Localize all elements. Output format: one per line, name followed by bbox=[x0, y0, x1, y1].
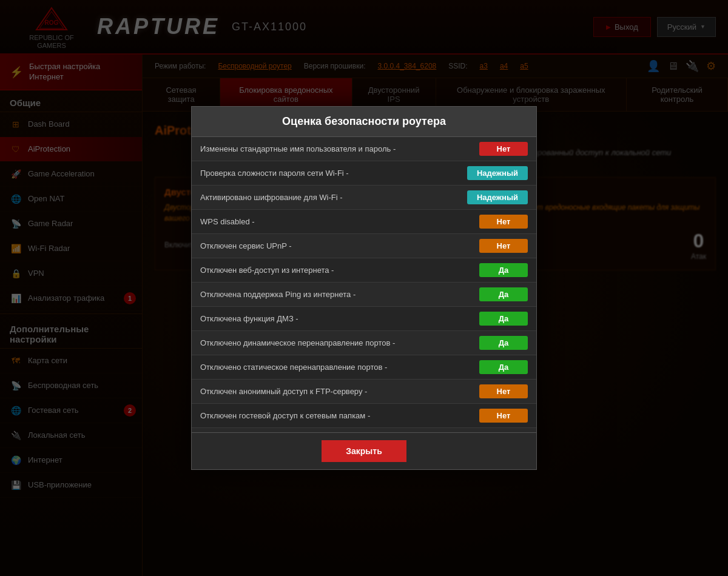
check-label: Отключено статическое перенаправление по… bbox=[200, 363, 479, 372]
check-status-badge: Надежный bbox=[467, 166, 528, 180]
check-label: Изменены стандартные имя пользователя и … bbox=[200, 144, 479, 153]
check-label: Проверка сложности пароля сети Wi-Fi - bbox=[200, 169, 467, 178]
check-label: Отключен веб-доступ из интернета - bbox=[200, 266, 479, 275]
check-row: Изменены стандартные имя пользователя и … bbox=[192, 137, 536, 161]
check-row: Отключена поддержка Ping из интернета -Д… bbox=[192, 283, 536, 307]
check-label: Отключен сервис UPnP - bbox=[200, 241, 479, 250]
check-status-badge: Нет bbox=[479, 239, 528, 253]
check-status-badge: Да bbox=[479, 312, 528, 326]
check-row: Отключен веб-доступ из интернета -Да bbox=[192, 258, 536, 283]
check-status-badge: Да bbox=[479, 287, 528, 301]
check-row: Проверка сложности пароля сети Wi-Fi -На… bbox=[192, 161, 536, 186]
check-status-badge: Нет bbox=[479, 215, 528, 229]
check-label: Активировано шифрование для Wi-Fi - bbox=[200, 193, 467, 202]
check-status-badge: Да bbox=[479, 360, 528, 374]
check-row: Отключено статическое перенаправление по… bbox=[192, 355, 536, 380]
check-label: Отключен анонимный доступ к FTP-серверу … bbox=[200, 387, 479, 396]
check-status-badge: Да bbox=[479, 263, 528, 277]
check-label: Отключен гостевой доступ к сетевым папка… bbox=[200, 411, 479, 420]
security-assessment-modal: Оценка безопасности роутера Изменены ста… bbox=[191, 106, 537, 470]
check-label: Отключена поддержка Ping из интернета - bbox=[200, 290, 479, 299]
modal-footer: Закрыть bbox=[192, 432, 536, 469]
modal-overlay: Оценка безопасности роутера Изменены ста… bbox=[0, 0, 728, 576]
check-row: Отключен гостевой доступ к сетевым папка… bbox=[192, 404, 536, 428]
check-label: Отключена функция ДМЗ - bbox=[200, 314, 479, 323]
check-row: Отключено динамическое перенаправление п… bbox=[192, 331, 536, 355]
check-label: Отключено динамическое перенаправление п… bbox=[200, 338, 479, 347]
modal-body: Изменены стандартные имя пользователя и … bbox=[192, 137, 536, 432]
check-status-badge: Да bbox=[479, 336, 528, 350]
check-status-badge: Нет bbox=[479, 409, 528, 423]
check-row: WPS disabled -Нет bbox=[192, 210, 536, 234]
check-status-badge: Нет bbox=[479, 384, 528, 398]
modal-title: Оценка безопасности роутера bbox=[192, 107, 536, 137]
modal-close-button[interactable]: Закрыть bbox=[322, 440, 406, 462]
check-row: Активировано шифрование для Wi-Fi -Надеж… bbox=[192, 186, 536, 210]
check-row: Отключена функция ДМЗ -Да bbox=[192, 307, 536, 331]
check-row: Отключен сервис UPnP -Нет bbox=[192, 234, 536, 258]
check-status-badge: Нет bbox=[479, 142, 528, 156]
check-row: Включена блокировка вредоносных сайтов -… bbox=[192, 428, 536, 432]
check-label: WPS disabled - bbox=[200, 217, 479, 226]
check-row: Отключен анонимный доступ к FTP-серверу … bbox=[192, 380, 536, 404]
check-status-badge: Надежный bbox=[467, 190, 528, 204]
